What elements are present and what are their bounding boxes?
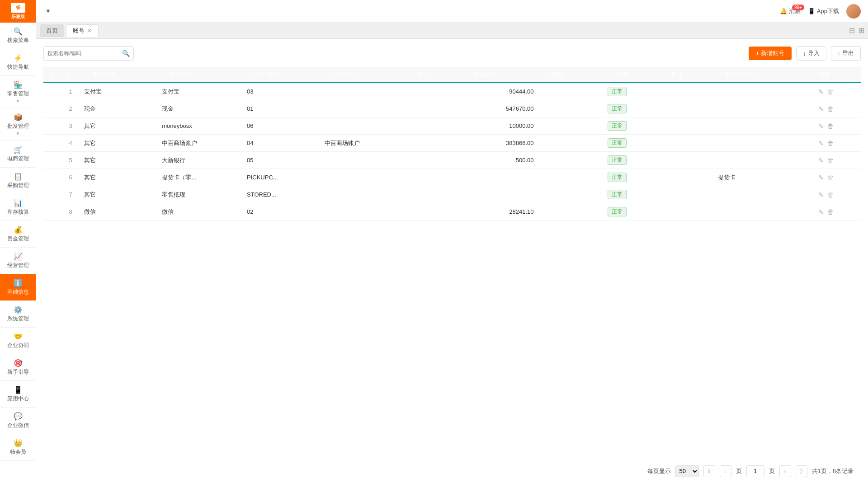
sidebar-item-ecommerce-mgmt[interactable]: 🛒 电商管理 <box>0 141 36 168</box>
messages-badge: 99+ <box>792 5 804 10</box>
th-status[interactable]: ▲▼状态 <box>603 67 658 83</box>
sidebar-item-sys-mgmt[interactable]: ⚙️ 系统管理 <box>0 301 36 328</box>
logo-icon: 畅 <box>11 3 25 13</box>
page-content: 🔍 + 新增账号 ↓ 导入 ↑ 导出 ⚙ # <box>36 39 868 488</box>
tab-account-label: 账号 <box>73 27 85 35</box>
delete-icon[interactable]: 🗑 <box>827 191 834 198</box>
sidebar-item-quick-nav[interactable]: ⚡ 快捷导航 <box>0 49 36 76</box>
table-row: 8 微信 微信 02 28241.10 正常 ✎ 🗑 <box>43 203 861 221</box>
row-default-settle <box>713 203 814 221</box>
add-account-button[interactable]: + 新增账号 <box>749 47 792 60</box>
tab-bar: 首页 账号 ✕ ⊟ ⊞ <box>36 23 868 39</box>
sort-icon: ▲▼ <box>608 73 615 77</box>
row-settings <box>43 169 61 186</box>
first-page-button[interactable]: ⟪ <box>703 465 715 477</box>
row-usage <box>538 83 603 100</box>
export-button[interactable]: ↑ 导出 <box>831 46 861 61</box>
row-code: PICKUPC... <box>242 169 320 186</box>
messages-button[interactable]: 🔔 消息 99+ <box>780 7 801 15</box>
sidebar-item-finance-mgmt[interactable]: 💰 资金管理 <box>0 221 36 248</box>
import-button[interactable]: ↓ 导入 <box>796 46 826 61</box>
prev-page-button[interactable]: ‹ <box>720 465 731 477</box>
tab-account[interactable]: 账号 ✕ <box>66 24 99 37</box>
delete-icon[interactable]: 🗑 <box>827 157 834 164</box>
app-logo: 畅 乐惠版 <box>0 0 36 23</box>
table-row: 4 其它 中百商场账户 04 中百商场账户 383866.00 正常 ✎ 🗑 <box>43 135 861 152</box>
row-balance: 547670.00 <box>460 100 538 117</box>
th-code[interactable]: ▲▼账号编码 <box>242 67 320 83</box>
app-download-button[interactable]: 📱 App下载 <box>808 7 839 15</box>
th-default-settle[interactable]: ▲▼默认结算方式 <box>713 67 814 83</box>
row-balance: 500.00 <box>460 152 538 169</box>
th-name[interactable]: ▲▼账号名称 <box>157 67 242 83</box>
row-balance: 383866.00 <box>460 135 538 152</box>
delete-icon[interactable]: 🗑 <box>827 140 834 147</box>
last-page-button[interactable]: ⟫ <box>796 465 807 477</box>
workspace-dropdown[interactable]: ▼ <box>43 8 51 14</box>
sidebar-item-label: 库存核算 <box>7 208 29 216</box>
quick-nav-icon: ⚡ <box>14 54 23 62</box>
edit-icon[interactable]: ✎ <box>818 208 824 216</box>
row-account <box>405 135 460 152</box>
row-actions: ✎ 🗑 <box>814 100 861 117</box>
sidebar-item-vip-member[interactable]: 👑 畅会员 <box>0 434 36 461</box>
maximize-icon[interactable]: ⊞ <box>859 26 864 35</box>
th-balance[interactable]: ▲▼最新余额 <box>460 67 538 83</box>
edit-icon[interactable]: ✎ <box>818 157 824 164</box>
row-balance: 10000.00 <box>460 117 538 135</box>
current-page-input[interactable] <box>746 465 764 477</box>
th-bank[interactable]: ▲▼开户银行 <box>320 67 405 83</box>
search-input[interactable] <box>47 50 122 56</box>
row-default-settle <box>713 83 814 100</box>
row-type: 其它 <box>80 152 157 169</box>
next-page-button[interactable]: › <box>779 465 791 477</box>
tab-account-close[interactable]: ✕ <box>87 28 92 34</box>
sidebar-item-wholesale-mgmt[interactable]: 📦 批发管理 ▼ <box>0 108 36 141</box>
sidebar-item-basic-info[interactable]: ℹ️ 基础信息 <box>0 274 36 301</box>
minimize-icon[interactable]: ⊟ <box>849 26 855 35</box>
user-avatar[interactable] <box>846 4 861 19</box>
edit-icon[interactable]: ✎ <box>818 191 824 198</box>
tab-home[interactable]: 首页 <box>40 24 64 37</box>
status-badge: 正常 <box>608 207 627 216</box>
row-balance: 28241.10 <box>460 203 538 221</box>
edit-icon[interactable]: ✎ <box>818 105 824 113</box>
delete-icon[interactable]: 🗑 <box>827 208 834 216</box>
sidebar-item-purchase-mgmt[interactable]: 📋 采购管理 <box>0 168 36 194</box>
tab-actions: ⊟ ⊞ <box>849 26 864 35</box>
row-code: 06 <box>242 117 320 135</box>
row-usage <box>538 186 603 203</box>
sidebar-item-newbie-guide[interactable]: 🎯 新手引导 <box>0 354 36 381</box>
search-box[interactable]: 🔍 <box>43 46 134 61</box>
ecommerce-mgmt-icon: 🛒 <box>14 145 23 154</box>
edit-icon[interactable]: ✎ <box>818 122 824 130</box>
sort-icon: ▲▼ <box>247 73 254 77</box>
row-num: 3 <box>61 117 80 135</box>
sort-icon: ▲▼ <box>543 73 550 77</box>
sidebar-item-app-center[interactable]: 📱 应用中心 <box>0 381 36 408</box>
row-account <box>405 203 460 221</box>
page-size-select[interactable]: 50 100 200 <box>675 465 699 477</box>
edit-icon[interactable]: ✎ <box>818 88 824 95</box>
row-default-settle <box>713 152 814 169</box>
edit-icon[interactable]: ✎ <box>818 174 824 181</box>
th-usage[interactable]: ▲▼使用... <box>538 67 603 83</box>
sidebar-item-retail-mgmt[interactable]: 🏪 零售管理 ▼ <box>0 76 36 108</box>
sidebar-item-ops-mgmt[interactable]: 📈 经营管理 <box>0 248 36 274</box>
content-toolbar: 🔍 + 新增账号 ↓ 导入 ↑ 导出 <box>43 46 861 61</box>
delete-icon[interactable]: 🗑 <box>827 105 834 113</box>
sidebar-item-inventory-calc[interactable]: 📊 库存核算 <box>0 194 36 221</box>
th-remark[interactable]: ▲▼备注 <box>658 67 713 83</box>
delete-icon[interactable]: 🗑 <box>827 122 834 130</box>
edit-icon[interactable]: ✎ <box>818 140 824 147</box>
th-account[interactable]: ▲▼账号 <box>405 67 460 83</box>
th-type[interactable]: ▲▼账号类型 <box>80 67 157 83</box>
th-settings[interactable]: ⚙ <box>43 67 61 83</box>
row-status: 正常 <box>603 169 658 186</box>
sidebar-item-biz-agreement[interactable]: 🤝 企业协同 <box>0 328 36 354</box>
delete-icon[interactable]: 🗑 <box>827 88 834 95</box>
sidebar-item-biz-wechat[interactable]: 💬 企业微信 <box>0 408 36 434</box>
sidebar-item-search-menu[interactable]: 🔍 搜索菜单 <box>0 23 36 49</box>
delete-icon[interactable]: 🗑 <box>827 174 834 181</box>
sidebar-item-label: 零售管理 <box>7 90 29 98</box>
